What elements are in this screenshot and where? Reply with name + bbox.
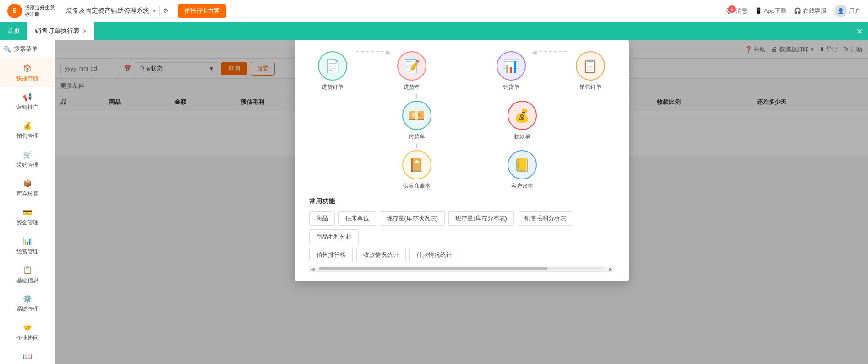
sidebar-item-system[interactable]: ⚙️ 系统管理 — [0, 289, 55, 318]
purchase-bill-icon: 📝 — [404, 59, 420, 74]
flow-node-purchase-bill[interactable]: 📝 进货单 — [388, 51, 436, 91]
arrow-right-1: ▶ — [356, 51, 388, 62]
func-btn-stock-status[interactable]: 现存量(库存状况表) — [380, 211, 445, 226]
func-buttons-row-2: 销售排行榜 收款情况统计 付款情况统计 — [309, 248, 614, 262]
search-menu[interactable]: 🔍 搜索菜单 — [0, 40, 55, 58]
header-right: 💬 6 消息 📱 App下载 🎧 在线客服 👤 用户 — [726, 5, 861, 17]
receipt-label: 收款单 — [514, 133, 530, 141]
arrows-down-row: ↓ ↓ — [309, 91, 614, 101]
flow-node-supplier-account[interactable]: 📔 供应商账本 — [392, 150, 442, 190]
flow-node-sales-order[interactable]: 📋 销售订单 — [567, 51, 614, 91]
sidebar-item-guide[interactable]: 📖 新手引导 — [0, 347, 55, 364]
purchase-order-label: 进货订单 — [322, 83, 344, 91]
close-tab-icon[interactable]: ✕ — [82, 28, 87, 34]
main-layout: 🔍 搜索菜单 🏠 快捷导航 📢 营销推广 💰 销售管理 🛒 采购管理 📦 库存核… — [0, 40, 868, 364]
sidebar-item-purchase[interactable]: 🛒 采购管理 — [0, 145, 55, 174]
func-btn-sales-rank[interactable]: 销售排行榜 — [309, 248, 353, 262]
flow-node-payment[interactable]: 💴 付款单 — [392, 101, 442, 141]
tab-sales-order[interactable]: 销售订单执行表 ✕ — [27, 22, 94, 40]
func-btn-receipt-stats[interactable]: 收款情况统计 — [356, 248, 406, 262]
payment-icon: 💴 — [409, 108, 425, 123]
supplier-account-label: 供应商账本 — [403, 182, 431, 190]
func-btn-product-gross[interactable]: 商品毛利分析 — [309, 229, 359, 244]
arrow-left-1: ◀ — [535, 51, 567, 62]
sidebar-item-marketing[interactable]: 📢 营销推广 — [0, 87, 55, 116]
home-icon: 🏠 — [22, 63, 33, 73]
flow-row-2: 💴 付款单 💰 收款单 — [309, 101, 614, 141]
app-download-button[interactable]: 📱 App下载 — [755, 7, 786, 15]
sales-bill-label: 销货单 — [503, 83, 519, 91]
arrows-down-row2: ↓ ↓ — [309, 141, 614, 150]
sidebar-item-operation[interactable]: 📊 经营管理 — [0, 231, 55, 260]
sales-order-icon: 📋 — [582, 59, 598, 74]
arrow-down-sales-bill: ↓ — [497, 91, 547, 101]
sidebar-item-finance[interactable]: 💳 资金管理 — [0, 202, 55, 231]
logo-icon: 6 — [7, 4, 22, 18]
receipt-icon: 💰 — [514, 108, 530, 123]
func-buttons-row-1: 商品 往来单位 现存量(库存状况表) 现存量(库存分布表) 销售毛利分析表 商品… — [309, 211, 614, 244]
sidebar: 🔍 搜索菜单 🏠 快捷导航 📢 营销推广 💰 销售管理 🛒 采购管理 📦 库存核… — [0, 40, 55, 364]
flow-row-1: 📄 进货订单 ▶ 📝 进货 — [309, 51, 614, 91]
search-icon: 🔍 — [4, 46, 11, 53]
customer-service-button[interactable]: 🎧 在线客服 — [794, 7, 827, 15]
func-btn-sales-gross[interactable]: 销售毛利分析表 — [518, 211, 573, 226]
system-title: 装备及固定资产辅助管理系统 ▾ — [66, 7, 156, 15]
sales-order-label: 销售订单 — [579, 83, 601, 91]
supplier-account-circle: 📔 — [402, 150, 431, 179]
marketing-icon: 📢 — [22, 92, 33, 102]
phone-icon: 📱 — [755, 7, 762, 14]
popup-overlay: 📄 进货订单 ▶ 📝 进货 — [55, 40, 868, 364]
tab-bar: 首页 销售订单执行表 ✕ ✕ — [0, 22, 868, 40]
operation-icon: 📊 — [22, 236, 33, 246]
customer-account-label: 客户账本 — [511, 182, 533, 190]
purchase-bill-circle: 📝 — [397, 51, 426, 81]
top-header: 6 畅康通好生意 标准版 装备及固定资产辅助管理系统 ▾ ⚙ 体验行业方案 💬 … — [0, 0, 868, 22]
close-all-tabs-button[interactable]: ✕ — [857, 27, 863, 36]
dropdown-arrow-icon[interactable]: ▾ — [153, 8, 156, 14]
sidebar-item-cooperation[interactable]: 🤝 企业协同 — [0, 318, 55, 347]
purchase-order-circle: 📄 — [318, 51, 347, 81]
sidebar-item-quick-nav[interactable]: 🏠 快捷导航 — [0, 58, 55, 87]
payment-circle: 💴 — [402, 101, 431, 130]
flow-node-sales-bill[interactable]: 📊 销货单 — [487, 51, 535, 91]
experience-button[interactable]: 体验行业方案 — [178, 4, 226, 18]
popup-scrollbar[interactable]: ◀ ▶ — [309, 266, 614, 272]
gear-button[interactable]: ⚙ — [159, 5, 172, 17]
message-badge: 6 — [728, 5, 736, 13]
scroll-right-arrow[interactable]: ▶ — [607, 266, 614, 272]
guide-icon: 📖 — [22, 351, 33, 361]
sidebar-item-sales[interactable]: 💰 销售管理 — [0, 116, 55, 145]
func-btn-stock-dist[interactable]: 现存量(库存分布表) — [448, 211, 514, 226]
sales-bill-icon: 📊 — [503, 59, 519, 74]
logo-area: 6 畅康通好生意 标准版 — [7, 4, 62, 18]
sales-bill-circle: 📊 — [497, 51, 526, 81]
basic-info-icon: 📋 — [22, 265, 33, 275]
finance-icon: 💳 — [22, 207, 33, 217]
sales-icon: 💰 — [22, 120, 33, 130]
func-btn-payment-stats[interactable]: 付款情况统计 — [409, 248, 459, 262]
arrow-down-payment: ↓ — [392, 141, 442, 150]
func-btn-contacts[interactable]: 往来单位 — [338, 211, 376, 226]
flow-node-purchase-order[interactable]: 📄 进货订单 — [309, 51, 356, 91]
arrow-down-receipt: ↓ — [497, 141, 547, 150]
tab-home[interactable]: 首页 — [0, 22, 27, 40]
func-btn-product[interactable]: 商品 — [309, 211, 335, 226]
scrollbar-thumb[interactable] — [319, 267, 547, 270]
user-menu[interactable]: 👤 用户 — [834, 5, 861, 17]
sidebar-item-inventory[interactable]: 📦 库存核算 — [0, 174, 55, 202]
purchase-order-icon: 📄 — [325, 59, 341, 74]
scroll-left-arrow[interactable]: ◀ — [310, 266, 316, 272]
flow-node-receipt[interactable]: 💰 收款单 — [497, 101, 547, 141]
content-area: ❓ 帮助 🖨 按模板打印 ▾ ⬆ 导出 ↻ 刷新 📅 单据状态 ▾ — [55, 40, 868, 364]
receipt-circle: 💰 — [508, 101, 537, 130]
message-button[interactable]: 💬 6 消息 — [726, 7, 748, 15]
scrollbar-track[interactable] — [319, 267, 605, 270]
common-functions: 常用功能 商品 往来单位 现存量(库存状况表) 现存量(库存分布表) 销售毛利分… — [309, 197, 614, 262]
flow-node-customer-account[interactable]: 📒 客户账本 — [497, 150, 547, 190]
customer-account-icon: 📒 — [514, 158, 530, 173]
inventory-icon: 📦 — [22, 178, 33, 188]
purchase-bill-label: 进货单 — [404, 83, 420, 91]
sales-order-circle: 📋 — [576, 51, 605, 81]
sidebar-item-basic-info[interactable]: 📋 基础信息 — [0, 260, 55, 289]
flow-row-3: 📔 供应商账本 📒 客户账本 — [309, 150, 614, 190]
